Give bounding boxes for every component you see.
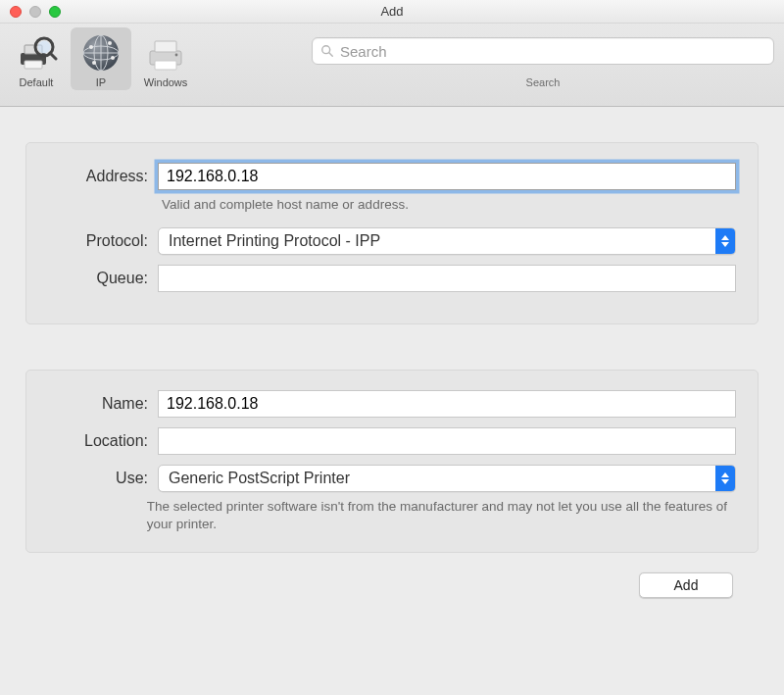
label-queue: Queue: xyxy=(26,270,158,287)
use-hint: The selected printer software isn't from… xyxy=(147,498,736,533)
search-icon xyxy=(320,44,334,58)
location-input[interactable] xyxy=(158,427,736,455)
minimize-button[interactable] xyxy=(29,6,41,18)
toolbar-item-default[interactable]: Default xyxy=(6,27,67,90)
search-input[interactable] xyxy=(340,43,765,60)
close-button[interactable] xyxy=(10,6,22,18)
svg-point-4 xyxy=(38,41,51,54)
label-use: Use: xyxy=(26,470,158,487)
svg-line-5 xyxy=(50,53,56,59)
label-address: Address: xyxy=(26,168,158,185)
zoom-button[interactable] xyxy=(49,6,61,18)
label-location: Location: xyxy=(26,432,158,450)
protocol-select[interactable]: Internet Printing Protocol - IPP xyxy=(158,227,736,255)
row-location: Location: xyxy=(26,427,736,455)
use-value: Generic PostScript Printer xyxy=(169,470,350,487)
search-field[interactable] xyxy=(312,37,774,65)
address-input[interactable] xyxy=(158,163,736,190)
svg-line-20 xyxy=(329,53,333,57)
svg-rect-17 xyxy=(155,61,176,70)
svg-point-12 xyxy=(108,41,112,45)
row-address: Address: xyxy=(26,163,736,190)
svg-point-11 xyxy=(89,45,93,49)
svg-point-18 xyxy=(175,54,178,57)
name-panel: Name: Location: Use: Generic PostScript … xyxy=(25,370,759,552)
toolbar: Default IP xyxy=(0,24,784,107)
globe-network-icon xyxy=(77,31,124,74)
toolbar-item-ip[interactable]: IP xyxy=(71,27,131,90)
address-panel: Address: Valid and complete host name or… xyxy=(25,142,759,324)
address-hint: Valid and complete host name or address. xyxy=(162,196,416,214)
printer-icon xyxy=(142,31,189,74)
label-name: Name: xyxy=(26,395,158,413)
window-title: Add xyxy=(0,4,784,19)
label-protocol: Protocol: xyxy=(26,232,158,250)
row-name: Name: xyxy=(26,390,736,418)
content: Address: Valid and complete host name or… xyxy=(0,107,784,598)
row-queue: Queue: xyxy=(26,265,736,292)
name-input[interactable] xyxy=(158,390,736,418)
protocol-value: Internet Printing Protocol - IPP xyxy=(169,232,380,250)
row-protocol: Protocol: Internet Printing Protocol - I… xyxy=(26,227,736,255)
toolbar-search: Search xyxy=(312,27,774,88)
chevron-updown-icon xyxy=(715,228,735,254)
add-button[interactable]: Add xyxy=(639,572,733,598)
footer: Add xyxy=(25,572,759,598)
toolbar-item-windows[interactable]: Windows xyxy=(135,27,196,90)
row-use: Use: Generic PostScript Printer xyxy=(26,465,736,492)
toolbar-label: Default xyxy=(20,76,54,88)
search-caption: Search xyxy=(526,76,561,88)
printer-search-icon xyxy=(13,31,60,74)
toolbar-label: Windows xyxy=(144,76,188,88)
use-select[interactable]: Generic PostScript Printer xyxy=(158,465,736,492)
queue-input[interactable] xyxy=(158,265,736,292)
svg-rect-2 xyxy=(24,61,42,69)
chevron-updown-icon xyxy=(715,466,735,491)
svg-rect-16 xyxy=(155,41,176,52)
svg-point-13 xyxy=(111,56,115,60)
window-controls xyxy=(0,6,61,18)
titlebar: Add xyxy=(0,0,784,24)
toolbar-label: IP xyxy=(96,76,106,88)
svg-point-14 xyxy=(92,61,96,65)
